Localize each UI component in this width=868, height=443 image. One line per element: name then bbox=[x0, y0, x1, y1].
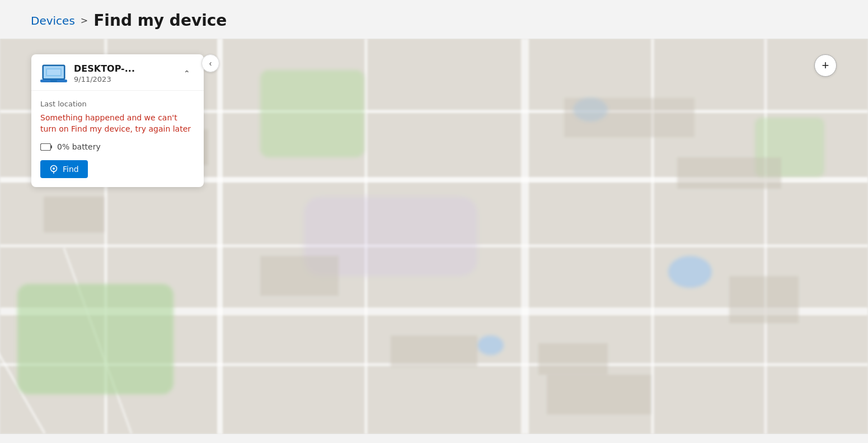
find-button-label: Find bbox=[63, 165, 79, 174]
breadcrumb-devices-link[interactable]: Devices bbox=[31, 14, 75, 27]
device-info: DESKTOP-... 9/11/2023 bbox=[40, 63, 135, 83]
breadcrumb-chevron-icon: > bbox=[81, 15, 88, 26]
device-card-header: DESKTOP-... 9/11/2023 ⌃ bbox=[31, 54, 204, 91]
page-title: Find my device bbox=[93, 11, 227, 30]
device-text: DESKTOP-... 9/11/2023 bbox=[74, 63, 135, 83]
map-container: DESKTOP-... 9/11/2023 ⌃ Last location So… bbox=[0, 39, 868, 434]
device-card-body: Last location Something happened and we … bbox=[31, 91, 204, 187]
svg-rect-5 bbox=[47, 69, 60, 75]
device-date: 9/11/2023 bbox=[74, 75, 135, 83]
last-location-label: Last location bbox=[40, 100, 195, 108]
svg-point-9 bbox=[53, 167, 55, 170]
battery-row: 0% battery bbox=[40, 142, 195, 151]
battery-icon bbox=[40, 143, 53, 151]
breadcrumb: Devices > Find my device bbox=[0, 0, 868, 39]
zoom-in-button[interactable]: + bbox=[814, 54, 837, 77]
find-button[interactable]: Find bbox=[40, 160, 88, 178]
panel-collapse-button[interactable]: ‹ bbox=[201, 54, 219, 72]
collapse-button[interactable]: ⌃ bbox=[179, 66, 195, 81]
location-pin-icon bbox=[49, 165, 58, 174]
chevron-up-icon: ⌃ bbox=[184, 69, 190, 78]
svg-rect-7 bbox=[51, 145, 53, 148]
device-card: DESKTOP-... 9/11/2023 ⌃ Last location So… bbox=[31, 54, 204, 187]
svg-rect-6 bbox=[41, 143, 51, 150]
laptop-icon bbox=[40, 63, 67, 83]
error-message: Something happened and we can't turn on … bbox=[40, 113, 195, 134]
device-name: DESKTOP-... bbox=[74, 63, 135, 74]
svg-rect-3 bbox=[50, 80, 57, 82]
battery-text: 0% battery bbox=[57, 142, 101, 151]
chevron-left-icon: ‹ bbox=[209, 59, 212, 68]
plus-icon: + bbox=[822, 58, 829, 73]
